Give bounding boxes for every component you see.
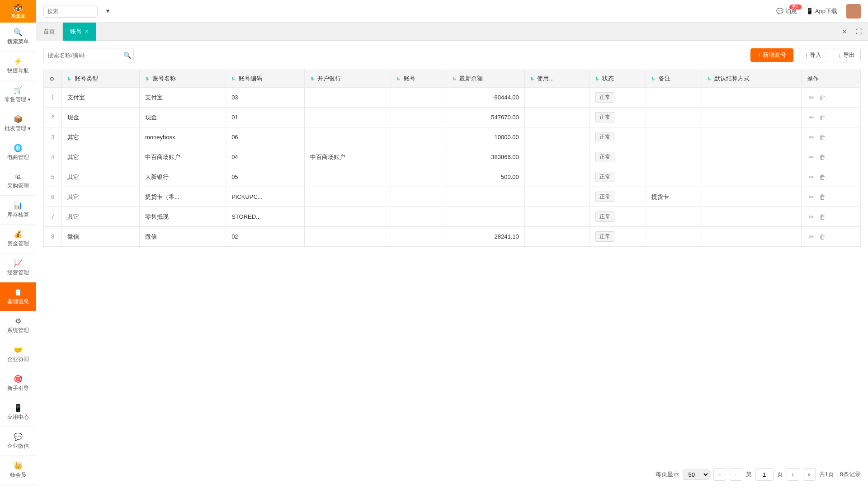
user-avatar[interactable]	[846, 4, 861, 19]
edit-button[interactable]: ✏	[807, 133, 816, 142]
page-size-label: 每页显示	[656, 470, 679, 479]
cell-no: 2	[44, 108, 62, 127]
delete-button[interactable]: 🗑	[817, 173, 827, 182]
search-input[interactable]	[47, 52, 123, 59]
sidebar-item-operations[interactable]: 📈 经营管理	[0, 253, 36, 282]
cell-settlement	[702, 207, 801, 227]
col-account-label: 账号	[404, 75, 415, 82]
sidebar-item-guide[interactable]: 🎯 新手引导	[0, 369, 36, 398]
tab-home[interactable]: 首页	[36, 23, 63, 41]
sidebar-item-wechat[interactable]: 💬 企业微信	[0, 427, 36, 456]
col-action-label: 操作	[807, 75, 819, 82]
cell-code: STORED...	[226, 207, 305, 227]
delete-button[interactable]: 🗑	[817, 192, 827, 202]
search-icon[interactable]: 🔍	[123, 52, 131, 59]
tab-account-label: 账号	[70, 28, 82, 36]
delete-button[interactable]: 🗑	[817, 232, 827, 241]
cell-status: 正常	[590, 108, 646, 127]
cell-bank	[304, 88, 391, 108]
delete-button[interactable]: 🗑	[817, 153, 827, 162]
cell-settlement	[702, 167, 801, 187]
sidebar-item-agreement[interactable]: 🤝 企业协同	[0, 340, 36, 369]
last-page-button[interactable]: »	[803, 468, 816, 481]
sidebar-item-app-center[interactable]: 📱 应用中心	[0, 398, 36, 427]
sidebar-item-label: 快捷导航	[7, 67, 29, 74]
col-usage-label: 使用...	[537, 75, 554, 82]
sidebar-item-wholesale[interactable]: 📦 批发管理 ▼	[0, 109, 36, 138]
status-badge: 正常	[595, 192, 614, 202]
sidebar-item-purchase[interactable]: 🛍 采购管理	[0, 167, 36, 196]
delete-button[interactable]: 🗑	[817, 133, 827, 142]
message-button[interactable]: 💬 消息 99+	[776, 7, 797, 15]
chevron-down-icon: ▼	[105, 8, 111, 14]
settings-icon[interactable]: ⚙	[49, 75, 55, 82]
cell-name: 支付宝	[139, 88, 226, 108]
cell-type: 现金	[62, 108, 140, 127]
cell-action: ✏ 🗑	[801, 108, 860, 127]
pagination: 每页显示 50 100 « ‹ 第 页 › » 共1页，8条记录	[43, 461, 861, 481]
toolbar-right: + 新增账号 ↑ 导入 ↓ 导出	[750, 48, 861, 62]
cell-no: 4	[44, 147, 62, 167]
tab-expand-button[interactable]: ⛶	[854, 26, 864, 37]
prev-page-button[interactable]: ‹	[730, 468, 742, 481]
edit-button[interactable]: ✏	[807, 212, 816, 221]
logo-icon: 🐯	[13, 3, 23, 13]
delete-button[interactable]: 🗑	[817, 113, 827, 122]
col-balance: ⇅ 最新余额	[447, 70, 524, 88]
purchase-icon: 🛍	[2, 173, 34, 181]
edit-button[interactable]: ✏	[807, 232, 816, 241]
cell-usage	[524, 88, 590, 108]
first-page-button[interactable]: «	[713, 468, 726, 481]
cell-name: 微信	[139, 227, 226, 247]
cell-code: 01	[226, 108, 305, 127]
edit-button[interactable]: ✏	[807, 93, 816, 102]
import-button[interactable]: ↑ 导入	[799, 48, 827, 62]
cell-remark	[646, 147, 702, 167]
delete-button[interactable]: 🗑	[817, 93, 827, 102]
header-dropdown[interactable]: ▼	[105, 8, 111, 14]
sidebar-item-basic[interactable]: 📋 基础信息	[0, 282, 36, 311]
table-header: ⚙ ⇅ 账号类型 ⇅ 账号名称 ⇅ 账号编码 ⇅	[44, 70, 861, 88]
edit-button[interactable]: ✏	[807, 173, 816, 182]
sidebar-item-label: 经营管理	[7, 269, 29, 276]
edit-button[interactable]: ✏	[807, 113, 816, 122]
cell-name: 提货卡（零...	[139, 187, 226, 207]
logo-subtitle: 乐意版	[11, 13, 25, 19]
cell-no: 3	[44, 127, 62, 147]
next-page-button[interactable]: ›	[787, 468, 799, 481]
export-icon: ↓	[839, 52, 842, 59]
col-remark-label: 备注	[659, 75, 670, 82]
sidebar-item-inventory[interactable]: 📊 库存核算	[0, 196, 36, 225]
col-settlement-label: 默认结算方式	[714, 75, 750, 82]
app-download-button[interactable]: 📱 App下载	[806, 7, 837, 15]
cell-usage	[524, 127, 590, 147]
sidebar-item-search[interactable]: 🔍 搜索菜单	[0, 23, 36, 52]
tab-account[interactable]: 账号 ✕	[63, 23, 96, 41]
export-button[interactable]: ↓ 导出	[833, 48, 861, 62]
sidebar-item-system[interactable]: ⚙ 系统管理	[0, 311, 36, 340]
message-icon: 💬	[776, 8, 783, 14]
add-account-button[interactable]: + 新增账号	[750, 48, 793, 62]
sidebar-item-member[interactable]: 👑 畅会员	[0, 456, 36, 485]
cell-remark	[646, 167, 702, 187]
sidebar-item-retail[interactable]: 🛒 零售管理 ▼	[0, 80, 36, 109]
table-row: 8 微信 微信 02 28241.10 正常 ✏ 🗑	[44, 227, 861, 247]
tab-close-button[interactable]: ✕	[839, 26, 850, 37]
cell-account	[391, 227, 447, 247]
tab-close-icon[interactable]: ✕	[85, 28, 89, 34]
header-search-input[interactable]	[43, 5, 98, 18]
edit-button[interactable]: ✏	[807, 192, 816, 202]
delete-button[interactable]: 🗑	[817, 212, 827, 221]
system-icon: ⚙	[2, 317, 34, 325]
last-page-icon: »	[807, 471, 811, 478]
edit-button[interactable]: ✏	[807, 153, 816, 162]
status-badge: 正常	[595, 112, 614, 122]
page-size-select[interactable]: 50 100	[683, 469, 710, 480]
sidebar-item-finance[interactable]: 💰 资金管理	[0, 225, 36, 253]
cell-type: 支付宝	[62, 88, 140, 108]
sidebar-item-ecommerce[interactable]: 🌐 电商管理	[0, 138, 36, 167]
cell-status: 正常	[590, 88, 646, 108]
sidebar-item-shortcut[interactable]: ⚡ 快捷导航	[0, 52, 36, 80]
cell-action: ✏ 🗑	[801, 167, 860, 187]
page-number-input[interactable]	[755, 468, 774, 481]
